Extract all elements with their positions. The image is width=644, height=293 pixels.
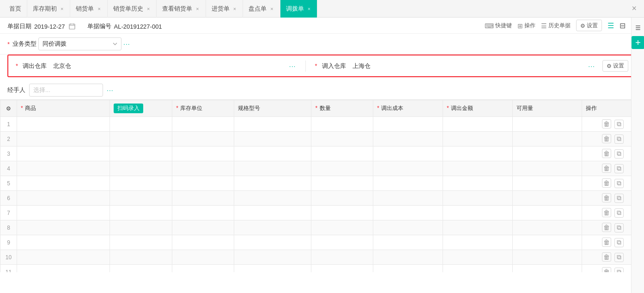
chevron-down-icon: [113, 43, 117, 45]
copy-icon[interactable]: ⧉: [614, 253, 624, 262]
th-gear[interactable]: ⚙: [0, 100, 17, 117]
table-header-row: ⚙ * 商品 扫码录入 * 库存单位 规格型号 * 数量: [0, 100, 644, 117]
row-num: 8: [0, 220, 17, 235]
row-scan: [109, 206, 172, 220]
sidebar-list-icon[interactable]: [632, 21, 644, 34]
tab-sales-history-close[interactable]: ×: [146, 6, 151, 12]
history-tool[interactable]: ☰ 历史单据: [541, 22, 571, 30]
th-avail: 可用量: [512, 100, 582, 117]
row-cost: [373, 146, 443, 161]
scan-button[interactable]: 扫码录入: [114, 104, 143, 113]
warehouse-settings-button[interactable]: ⚙ 设置: [602, 60, 628, 72]
row-spec: [234, 161, 311, 176]
warehouse-in-more[interactable]: ···: [588, 62, 595, 70]
table-row: 7 🗑 ⧉: [0, 206, 644, 220]
copy-icon[interactable]: ⧉: [614, 208, 624, 218]
row-scan: [109, 117, 172, 132]
delete-icon[interactable]: 🗑: [602, 238, 611, 247]
tab-view-sales-close[interactable]: ×: [195, 6, 200, 12]
copy-icon[interactable]: ⧉: [614, 149, 624, 159]
settings-button[interactable]: ⚙ 设置: [576, 20, 602, 31]
row-unit: [172, 176, 234, 191]
warehouse-section: * 调出仓库 北京仓 ··· * 调入仓库 上海仓 ··· ⚙ 设置: [7, 55, 637, 77]
row-avail: [512, 191, 582, 206]
close-all-button[interactable]: ×: [628, 2, 640, 15]
row-amount: [443, 250, 512, 265]
delete-icon[interactable]: 🗑: [602, 223, 611, 232]
tab-inventory-check[interactable]: 盘点单 ×: [243, 0, 280, 18]
tab-sales-order-close[interactable]: ×: [97, 6, 101, 12]
delete-icon[interactable]: 🗑: [602, 134, 611, 143]
tab-inventory-init-close[interactable]: ×: [60, 6, 64, 12]
handler-select[interactable]: 选择...: [29, 84, 103, 97]
row-cost: [373, 265, 443, 273]
row-amount: [443, 206, 512, 220]
delete-icon[interactable]: 🗑: [602, 252, 611, 262]
copy-icon[interactable]: ⧉: [614, 164, 624, 173]
row-product[interactable]: [17, 191, 110, 206]
tab-sales-order[interactable]: 销货单 ×: [70, 0, 107, 18]
row-qty: [311, 117, 373, 132]
tab-purchase-order[interactable]: 进货单 ×: [206, 0, 243, 18]
table-row: 3 🗑 ⧉: [0, 146, 644, 161]
row-product[interactable]: [17, 161, 110, 176]
delete-icon[interactable]: 🗑: [602, 119, 611, 128]
copy-icon[interactable]: ⧉: [614, 194, 624, 203]
tab-inventory-init-label: 库存期初: [33, 5, 57, 13]
calendar-icon[interactable]: [68, 22, 76, 31]
shortcut-tool[interactable]: ⌨ 快捷键: [485, 22, 512, 30]
row-avail: [512, 220, 582, 235]
handler-more[interactable]: ···: [107, 86, 114, 94]
business-type-value: 同价调拨: [43, 40, 67, 48]
row-product[interactable]: [17, 146, 110, 161]
business-type-select[interactable]: 同价调拨: [38, 37, 122, 50]
tab-transfer-close[interactable]: ×: [307, 6, 311, 12]
row-num: 6: [0, 191, 17, 206]
operation-tool[interactable]: ⊞ 操作: [517, 22, 535, 30]
business-type-row: * 业务类型 同价调拨 ···: [0, 34, 644, 55]
row-unit: [172, 117, 234, 132]
delete-icon[interactable]: 🗑: [602, 164, 611, 173]
row-product[interactable]: [17, 117, 110, 132]
sidebar-expand-icon[interactable]: [632, 36, 644, 49]
copy-icon[interactable]: ⧉: [614, 120, 624, 129]
warehouse-out-more[interactable]: ···: [289, 62, 296, 70]
row-qty: [311, 176, 373, 191]
copy-icon[interactable]: ⧉: [614, 179, 624, 188]
row-product[interactable]: [17, 176, 110, 191]
tab-inventory-init[interactable]: 库存期初 ×: [27, 0, 70, 18]
row-num: 7: [0, 206, 17, 220]
tab-home[interactable]: 首页: [4, 0, 27, 18]
row-cost: [373, 161, 443, 176]
row-product[interactable]: [17, 220, 110, 235]
row-cost: [373, 250, 443, 265]
delete-icon[interactable]: 🗑: [602, 267, 611, 272]
tab-sales-history[interactable]: 销货单历史 ×: [108, 0, 157, 18]
row-product[interactable]: [17, 206, 110, 220]
copy-icon[interactable]: ⧉: [614, 238, 624, 247]
th-qty-label: 数量: [320, 105, 331, 111]
row-scan: [109, 265, 172, 273]
tab-transfer-label: 调拨单: [286, 5, 304, 13]
tab-view-sales[interactable]: 查看销货单 ×: [157, 0, 206, 18]
delete-icon[interactable]: 🗑: [602, 149, 611, 158]
row-product[interactable]: [17, 132, 110, 146]
row-amount: [443, 220, 512, 235]
row-qty: [311, 146, 373, 161]
copy-icon[interactable]: ⧉: [614, 268, 624, 272]
tab-inventory-check-close[interactable]: ×: [269, 6, 274, 12]
copy-icon[interactable]: ⧉: [614, 134, 624, 144]
tab-transfer[interactable]: 调拨单 ×: [280, 0, 317, 18]
tab-purchase-order-close[interactable]: ×: [232, 6, 237, 12]
row-product[interactable]: [17, 235, 110, 250]
grid-view-icon[interactable]: ⊟: [620, 21, 626, 30]
list-view-icon[interactable]: ☰: [608, 21, 614, 30]
copy-icon[interactable]: ⧉: [614, 223, 624, 232]
delete-icon[interactable]: 🗑: [602, 208, 611, 217]
delete-icon[interactable]: 🗑: [602, 178, 611, 188]
row-product[interactable]: [17, 250, 110, 265]
delete-icon[interactable]: 🗑: [602, 193, 611, 202]
history-icon: ☰: [541, 22, 547, 29]
business-type-more[interactable]: ···: [123, 40, 130, 48]
row-cost: [373, 235, 443, 250]
